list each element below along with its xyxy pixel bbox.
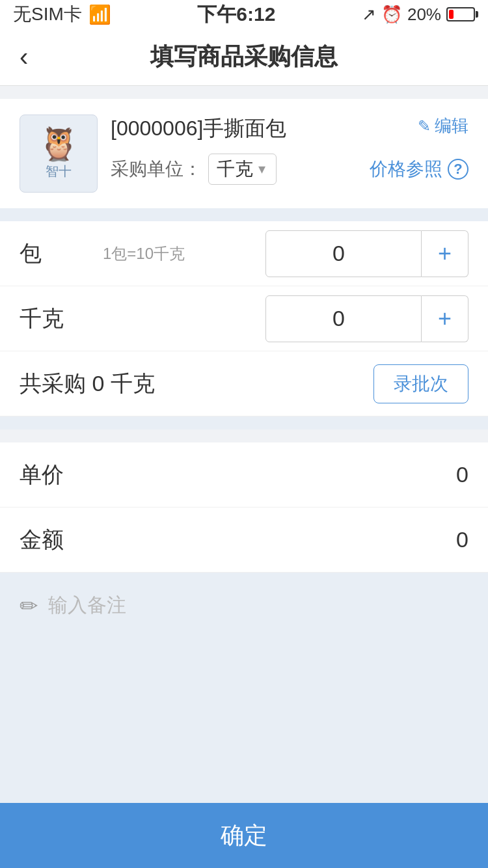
unit-select[interactable]: 千克 ▾ [208, 154, 277, 185]
section-divider-2 [0, 416, 488, 429]
section-divider-1 [0, 208, 488, 221]
back-button[interactable]: ‹ [20, 42, 59, 72]
status-bar: 无SIM卡 📶 下午6:12 ↗ ⏰ 20% [0, 0, 488, 29]
kg-label: 千克 [20, 304, 98, 334]
product-logo-icon: 🦉 [38, 128, 79, 160]
edit-icon: ✎ [418, 117, 431, 135]
status-time: 下午6:12 [197, 1, 275, 28]
product-logo-text: 智十 [46, 163, 72, 180]
page-title: 填写商品采购信息 [150, 41, 338, 73]
kg-row: 千克 + [0, 286, 488, 351]
battery-icon [446, 7, 475, 21]
unit-price-label: 单价 [20, 460, 64, 490]
unit-select-arrow-icon: ▾ [258, 161, 265, 178]
bag-input-field: + [265, 230, 468, 277]
product-name: [0000006]手撕面包 [111, 115, 286, 143]
batch-button[interactable]: 录批次 [373, 364, 468, 403]
alarm-icon: ⏰ [381, 5, 402, 25]
product-info: [0000006]手撕面包 ✎ 编辑 采购单位： 千克 ▾ 价格参照 ? [111, 115, 468, 185]
price-ref-label: 价格参照 [370, 157, 442, 182]
price-section: 单价 0 金额 0 [0, 442, 488, 573]
status-right: ↗ ⏰ 20% [362, 5, 475, 25]
quantity-section: 包 1包=10千克 + 千克 + [0, 221, 488, 351]
bag-plus-button[interactable]: + [422, 230, 468, 277]
unit-price-value: 0 [456, 462, 468, 487]
wifi-icon: 📶 [88, 4, 111, 25]
unit-label: 采购单位： [111, 157, 202, 182]
product-image: 🦉 智十 [20, 115, 98, 193]
product-header: [0000006]手撕面包 ✎ 编辑 [111, 115, 468, 143]
bag-quantity-input[interactable] [265, 230, 422, 277]
summary-row: 共采购 0 千克 录批次 [0, 351, 488, 416]
price-ref-help-icon: ? [448, 159, 468, 180]
location-icon: ↗ [362, 5, 376, 25]
carrier-label: 无SIM卡 [13, 2, 82, 27]
unit-value: 千克 [217, 157, 253, 182]
kg-quantity-input[interactable] [265, 295, 422, 342]
notes-placeholder: 输入备注 [48, 592, 126, 619]
bag-label: 包 [20, 239, 98, 269]
notes-icon: ✏ [20, 593, 38, 619]
status-left: 无SIM卡 📶 [13, 2, 111, 27]
price-ref-button[interactable]: 价格参照 ? [370, 157, 468, 182]
amount-label: 金额 [20, 525, 64, 555]
amount-value: 0 [456, 527, 468, 552]
notes-section[interactable]: ✏ 输入备注 [0, 573, 488, 638]
unit-price-row: 单价 0 [0, 442, 488, 508]
amount-row: 金额 0 [0, 508, 488, 573]
product-unit-row: 采购单位： 千克 ▾ 价格参照 ? [111, 154, 468, 185]
edit-label: 编辑 [435, 115, 468, 137]
edit-button[interactable]: ✎ 编辑 [418, 115, 468, 137]
confirm-button[interactable]: 确定 [0, 803, 488, 868]
bag-row: 包 1包=10千克 + [0, 221, 488, 286]
kg-input-field: + [265, 295, 468, 342]
nav-bar: ‹ 填写商品采购信息 [0, 29, 488, 86]
product-card: 🦉 智十 [0000006]手撕面包 ✎ 编辑 采购单位： 千克 ▾ 价格参照 … [0, 99, 488, 208]
kg-plus-button[interactable]: + [422, 295, 468, 342]
bag-sublabel: 1包=10千克 [103, 243, 185, 264]
summary-text: 共采购 0 千克 [20, 369, 155, 399]
battery-percent: 20% [407, 5, 441, 25]
